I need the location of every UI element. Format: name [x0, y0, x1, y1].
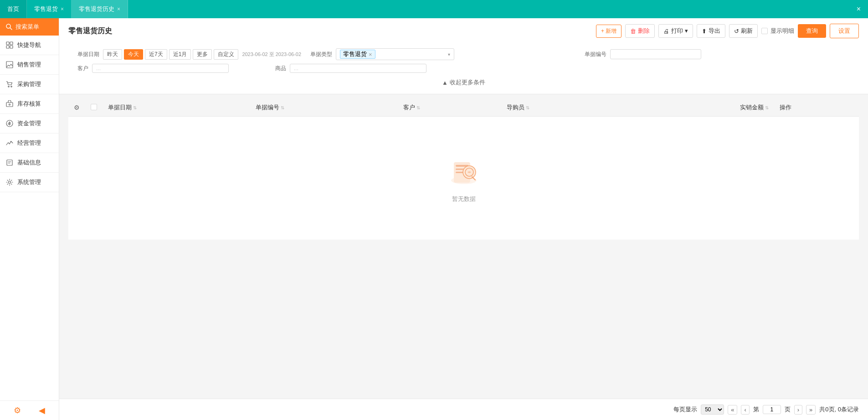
customer-label: 客户: [77, 65, 88, 72]
doc-type-input[interactable]: 零售退货 × ▾: [336, 48, 454, 60]
refresh-icon: ↺: [734, 28, 739, 35]
tab-bar: 首页 零售退货 × 零售退货历史 ×: [0, 0, 849, 18]
sidebar-item-operations-label: 经营管理: [17, 139, 41, 147]
print-icon: 🖨: [663, 28, 669, 35]
sidebar-item-sales-mgmt[interactable]: 销售管理: [0, 55, 59, 75]
tab-retail-return-history[interactable]: 零售退货历史 ×: [72, 0, 128, 18]
display-detail-label[interactable]: 显示明细: [761, 27, 794, 35]
refresh-button[interactable]: ↺ 刷新: [729, 24, 758, 38]
tab-home[interactable]: 首页: [0, 0, 27, 18]
customer-sort-icon: ⇅: [416, 105, 420, 110]
print-button[interactable]: 🖨 打印 ▾: [658, 24, 693, 38]
guide-sort[interactable]: 导购员 ⇅: [507, 103, 621, 112]
finance-icon: [5, 119, 14, 128]
action-col-label: 操作: [780, 104, 791, 111]
delete-button[interactable]: 🗑 🗑 删除 删除: [625, 24, 655, 38]
doc-date-label: 单据日期: [108, 103, 132, 112]
sidebar: 搜索菜单 快捷导航 销售管理 采购管理 库存核算: [0, 18, 59, 420]
filter-row-1: 单据日期 昨天 今天 近7天 近1月 更多 自定义 2023-06-02 至 2…: [77, 48, 850, 60]
operations-icon: [5, 139, 14, 147]
col-amount-header[interactable]: 实销金额 ⇅: [627, 99, 774, 117]
page-title-row: 零售退货历史 + 新增 🗑 🗑 删除 删除 🖨 打印 ▾ ⬆ 导出: [68, 24, 859, 43]
tab-retail-return[interactable]: 零售退货 ×: [27, 0, 72, 18]
content-area: 零售退货历史 + 新增 🗑 🗑 删除 删除 🖨 打印 ▾ ⬆ 导出: [59, 18, 868, 420]
empty-text: 暂无数据: [452, 195, 476, 203]
col-doc-no-header[interactable]: 单据编号 ⇅: [250, 99, 398, 117]
col-guide-header[interactable]: 导购员 ⇅: [501, 99, 627, 117]
window-controls: ×: [849, 5, 868, 13]
retail-return-tab-label: 零售退货: [34, 5, 58, 13]
customer-dots: ...: [96, 65, 101, 72]
goods-label: 商品: [275, 65, 286, 72]
date-range-display: 2023-06-02 至 2023-06-02: [242, 51, 301, 58]
svg-rect-3: [10, 42, 13, 45]
column-settings-button[interactable]: ⚙: [74, 104, 80, 111]
next-page-button[interactable]: ›: [794, 405, 802, 415]
select-all-checkbox[interactable]: [91, 104, 97, 110]
sidebar-item-quick-nav[interactable]: 快捷导航: [0, 36, 59, 55]
svg-rect-6: [6, 61, 13, 68]
doc-no-filter-item: 单据编号: [585, 49, 850, 59]
svg-rect-12: [7, 160, 12, 165]
sidebar-item-finance[interactable]: 资金管理: [0, 114, 59, 133]
first-page-button[interactable]: «: [728, 405, 737, 415]
inventory-icon: [5, 100, 14, 108]
display-detail-checkbox[interactable]: [761, 28, 768, 34]
search-icon: [5, 23, 13, 31]
col-doc-date-header[interactable]: 单据日期 ⇅: [103, 99, 250, 117]
date-btn-custom[interactable]: 自定义: [214, 49, 238, 60]
table-body: 暂无数据: [68, 117, 859, 240]
display-detail-text: 显示明细: [770, 27, 794, 35]
collapse-filter-bar[interactable]: ▲ 收起更多条件: [77, 77, 850, 88]
date-filter-buttons: 昨天 今天 近7天 近1月 更多 自定义 2023-06-02 至 2023-0…: [103, 49, 301, 60]
page-size-select[interactable]: 50 10 20 100: [701, 405, 724, 415]
retail-return-history-tab-close[interactable]: ×: [117, 6, 120, 12]
settings-bottom-icon[interactable]: ⚙: [14, 405, 21, 415]
date-btn-yesterday[interactable]: 昨天: [103, 49, 122, 60]
settings-button[interactable]: 设置: [830, 24, 859, 38]
col-setting-header: ⚙: [68, 99, 85, 117]
date-btn-7days[interactable]: 近7天: [145, 49, 167, 60]
table-header-row: ⚙ 单据日期 ⇅ 单据编号: [68, 99, 859, 117]
query-button[interactable]: 查询: [798, 24, 826, 38]
sidebar-item-basic-info[interactable]: 基础信息: [0, 153, 59, 173]
date-btn-1month[interactable]: 近1月: [169, 49, 191, 60]
date-btn-more[interactable]: 更多: [193, 49, 212, 60]
sidebar-bottom: ⚙ ◀: [0, 400, 59, 420]
retail-return-tab-close[interactable]: ×: [61, 6, 64, 12]
date-btn-today[interactable]: 今天: [124, 49, 143, 60]
sidebar-item-inventory[interactable]: 库存核算: [0, 94, 59, 114]
sidebar-item-operations[interactable]: 经营管理: [0, 133, 59, 153]
search-menu-label: 搜索菜单: [15, 23, 39, 31]
delete-icon: 🗑: [630, 28, 636, 35]
collapse-sidebar-icon[interactable]: ◀: [39, 405, 45, 415]
window-close-button[interactable]: ×: [857, 5, 861, 13]
col-check-header: [85, 99, 103, 117]
doc-date-sort[interactable]: 单据日期 ⇅: [108, 103, 245, 112]
page-label: 第: [753, 405, 759, 414]
last-page-button[interactable]: »: [806, 405, 816, 415]
sales-mgmt-icon: [5, 61, 14, 69]
page-number-input[interactable]: [763, 405, 781, 414]
sidebar-item-finance-label: 资金管理: [17, 119, 41, 128]
sidebar-item-purchase-mgmt[interactable]: 采购管理: [0, 75, 59, 94]
col-customer-header[interactable]: 客户 ⇅: [398, 99, 501, 117]
sidebar-item-sales-mgmt-label: 销售管理: [17, 61, 41, 69]
customer-sort[interactable]: 客户 ⇅: [403, 103, 496, 112]
amount-sort[interactable]: 实销金额 ⇅: [632, 103, 769, 112]
empty-state: 暂无数据: [68, 117, 859, 240]
customer-input[interactable]: ...: [92, 64, 229, 73]
doc-no-input[interactable]: [610, 49, 701, 59]
sidebar-item-system-mgmt-label: 系统管理: [17, 178, 41, 186]
export-button[interactable]: ⬆ 导出: [697, 24, 725, 38]
search-menu-button[interactable]: 搜索菜单: [0, 18, 59, 36]
doc-type-tag-close[interactable]: ×: [369, 51, 372, 58]
sidebar-item-system-mgmt[interactable]: 系统管理: [0, 173, 59, 192]
main-layout: 搜索菜单 快捷导航 销售管理 采购管理 库存核算: [0, 18, 868, 420]
doc-no-sort[interactable]: 单据编号 ⇅: [256, 103, 392, 112]
page-unit: 页: [785, 405, 791, 414]
goods-input[interactable]: ...: [290, 64, 426, 73]
add-button[interactable]: + 新增: [596, 25, 621, 38]
svg-rect-9: [6, 102, 13, 107]
prev-page-button[interactable]: ‹: [741, 405, 749, 415]
